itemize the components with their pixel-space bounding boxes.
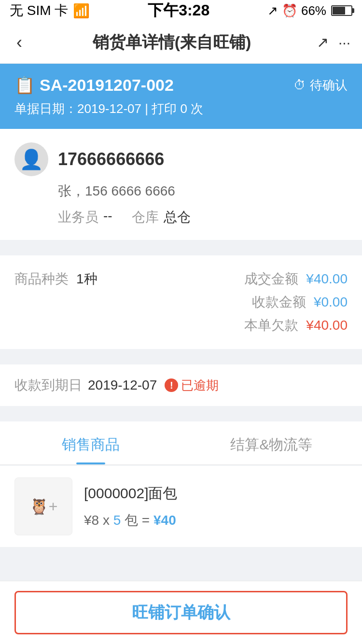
summary-row: 商品种类 1种 成交金额 ¥40.00 收款金额 ¥0.00 本单欠款 ¥40.…	[14, 270, 348, 335]
status-carrier: 无 SIM 卡 📶	[10, 1, 90, 20]
divider-2	[0, 357, 362, 364]
salesperson-label: 业务员	[58, 208, 98, 226]
nav-bar: ‹ 销货单详情(来自旺铺) ↗ ···	[0, 21, 362, 64]
product-logo-icon: 🦉+	[29, 497, 58, 516]
amount-summary: 成交金额 ¥40.00 收款金额 ¥0.00 本单欠款 ¥40.00	[244, 270, 348, 335]
header-card: 📋 SA-20191207-002 ⏱ 待确认 单据日期：2019-12-07 …	[0, 64, 362, 129]
amount-value: ¥40.00	[306, 271, 348, 287]
status-right: ↗ ⏰ 66%	[267, 3, 352, 18]
confirm-order-button[interactable]: 旺铺订单确认	[14, 591, 348, 634]
status-bar: 无 SIM 卡 📶 下午3:28 ↗ ⏰ 66%	[0, 0, 362, 21]
due-date-value: 2019-12-07	[88, 378, 157, 393]
wifi-icon: 📶	[73, 3, 90, 19]
bottom-bar: 旺铺订单确认	[0, 581, 362, 644]
customer-card: 👤 17666666666 张，156 6666 6666 业务员 -- 仓库 …	[0, 129, 362, 240]
back-button[interactable]: ‹	[12, 28, 27, 57]
due-date-label: 收款到期日	[14, 376, 82, 394]
product-unit: 包	[125, 513, 138, 528]
battery-icon	[331, 5, 352, 16]
amount-row: 成交金额 ¥40.00	[244, 270, 348, 288]
tab-sales[interactable]: 销售商品	[0, 421, 181, 464]
order-status: ⏱ 待确认	[293, 77, 348, 94]
more-icon[interactable]: ···	[338, 34, 350, 51]
overdue-text: 已逾期	[181, 377, 219, 394]
debt-value: ¥40.00	[306, 318, 348, 333]
product-price: ¥8 x 5 包 = ¥40	[84, 511, 348, 530]
order-id: 📋 SA-20191207-002	[14, 75, 174, 95]
summary-card: 商品种类 1种 成交金额 ¥40.00 收款金额 ¥0.00 本单欠款 ¥40.…	[0, 255, 362, 349]
product-info: [0000002]面包 ¥8 x 5 包 = ¥40	[84, 484, 348, 530]
order-date: 单据日期：2019-12-07 | 打印 0 次	[14, 100, 348, 117]
divider-3	[0, 414, 362, 421]
avatar: 👤	[14, 142, 48, 176]
customer-name: 张，156 6666 6666	[58, 182, 348, 200]
tabs-container: 销售商品 结算&物流等	[0, 421, 362, 465]
order-icon: 📋	[14, 75, 35, 95]
clock-icon: ⏱	[293, 78, 306, 93]
alarm-icon: ⏰	[282, 3, 297, 18]
amount-label: 成交金额	[244, 270, 298, 288]
debt-label: 本单欠款	[244, 316, 298, 335]
location-icon: ↗	[267, 3, 278, 18]
customer-phone: 17666666666	[58, 149, 164, 169]
page-title: 销货单详情(来自旺铺)	[93, 31, 251, 54]
product-qty: 5	[113, 513, 121, 528]
tab-settlement[interactable]: 结算&物流等	[181, 421, 362, 464]
product-name: [0000002]面包	[84, 484, 348, 504]
overdue-badge: ! 已逾期	[165, 377, 219, 394]
warehouse-value: 总仓	[164, 208, 191, 226]
avatar-icon: 👤	[19, 148, 43, 171]
product-total: ¥40	[153, 513, 176, 528]
warehouse-label: 仓库	[132, 208, 159, 226]
goods-type: 商品种类 1种	[14, 270, 97, 288]
received-label: 收款金额	[252, 293, 306, 311]
due-date-card: 收款到期日 2019-12-07 ! 已逾期	[0, 364, 362, 406]
nav-actions: ↗ ···	[317, 34, 350, 51]
salesperson-value: --	[103, 208, 112, 226]
goods-type-label: 商品种类	[14, 270, 69, 288]
customer-row: 👤 17666666666	[14, 142, 348, 176]
debt-row: 本单欠款 ¥40.00	[244, 316, 348, 335]
product-unit-price: ¥8	[84, 513, 99, 528]
share-icon[interactable]: ↗	[317, 34, 329, 51]
order-header-row: 📋 SA-20191207-002 ⏱ 待确认	[14, 75, 348, 95]
product-card: 🦉+ [0000002]面包 ¥8 x 5 包 = ¥40	[0, 466, 362, 547]
goods-type-value: 1种	[76, 270, 97, 288]
received-value: ¥0.00	[314, 294, 348, 310]
divider-1	[0, 248, 362, 255]
overdue-icon: !	[165, 378, 178, 392]
product-image: 🦉+	[14, 477, 72, 535]
received-row: 收款金额 ¥0.00	[252, 293, 348, 311]
customer-info-row: 业务员 -- 仓库 总仓	[58, 208, 348, 226]
battery-percent: 66%	[301, 3, 326, 18]
status-time: 下午3:28	[148, 0, 209, 21]
